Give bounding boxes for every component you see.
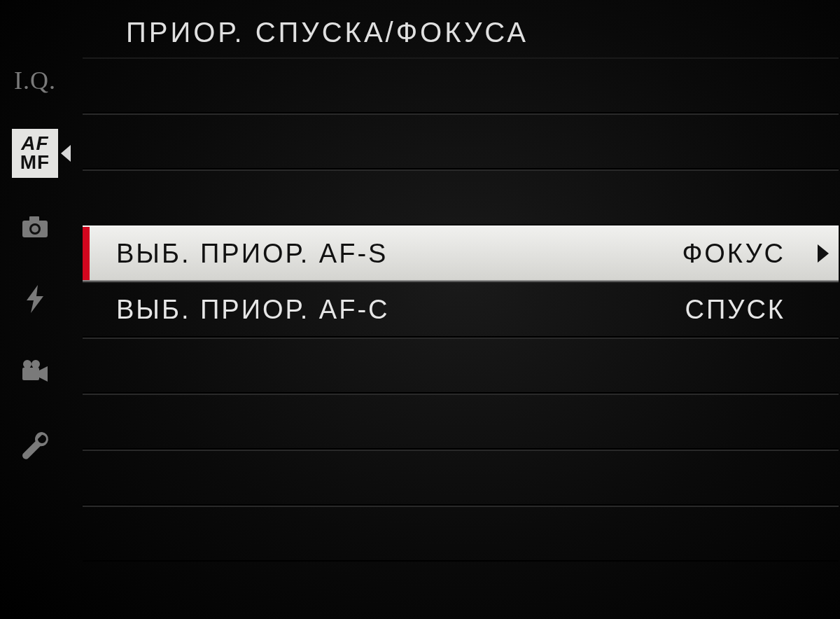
- movie-camera-icon: [18, 355, 52, 389]
- sidebar-tab-iq[interactable]: I.Q.: [12, 56, 58, 105]
- menu-item-value: СПУСК: [685, 295, 811, 325]
- sidebar-tab-shooting[interactable]: [12, 202, 58, 251]
- menu-row-empty: [83, 169, 839, 225]
- af-mf-icon: AF MF: [20, 134, 50, 172]
- svg-rect-5: [22, 368, 39, 380]
- flash-icon: [18, 282, 52, 316]
- page-title: ПРИОР. СПУСКА/ФОКУСА: [126, 17, 528, 48]
- sidebar-tab-movie[interactable]: [12, 347, 58, 396]
- iq-icon: I.Q.: [14, 66, 56, 95]
- camera-icon: [18, 209, 52, 243]
- svg-point-8: [31, 360, 40, 368]
- sidebar-tab-setup[interactable]: [12, 420, 58, 469]
- svg-marker-6: [39, 366, 48, 382]
- menu-item-value: ФОКУС: [682, 239, 811, 269]
- sidebar: I.Q. AF MF: [0, 0, 70, 619]
- menu-row-empty: [83, 338, 839, 394]
- chevron-right-icon: [818, 244, 829, 263]
- menu-item-af-c-priority[interactable]: ВЫБ. ПРИОР. AF-C СПУСК: [83, 281, 839, 338]
- menu-row-empty: [83, 450, 839, 506]
- menu-row-empty: [83, 57, 839, 113]
- menu-item-label: ВЫБ. ПРИОР. AF-S: [116, 239, 682, 269]
- menu-item-label: ВЫБ. ПРИОР. AF-C: [116, 295, 685, 325]
- menu-row-empty: [83, 506, 839, 562]
- menu-row-empty: [83, 394, 839, 450]
- svg-point-3: [31, 225, 38, 232]
- svg-marker-4: [27, 285, 43, 313]
- sidebar-tab-flash[interactable]: [12, 274, 58, 324]
- wrench-icon: [18, 428, 52, 461]
- svg-rect-1: [29, 216, 39, 222]
- svg-point-7: [23, 360, 31, 368]
- menu-list: ВЫБ. ПРИОР. AF-S ФОКУС ВЫБ. ПРИОР. AF-C …: [83, 57, 839, 562]
- menu-item-af-s-priority[interactable]: ВЫБ. ПРИОР. AF-S ФОКУС: [83, 225, 839, 281]
- sidebar-tab-af-mf[interactable]: AF MF: [12, 129, 58, 178]
- menu-row-empty: [83, 113, 839, 169]
